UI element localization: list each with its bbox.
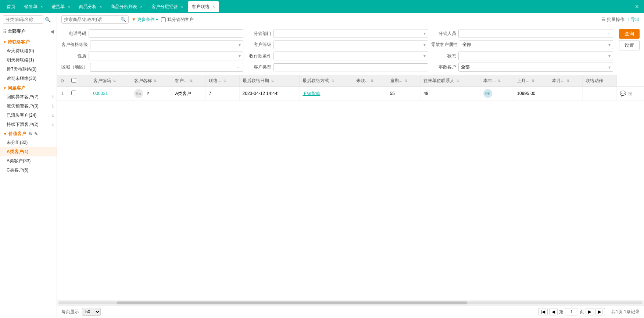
nav-product-analysis[interactable]: 商品分析 × — [75, 1, 105, 12]
section-value-customers[interactable]: ▼ 价值客户 ↻ ✎ — [0, 129, 57, 138]
retail-attr-select[interactable]: 全部 ▾ — [460, 40, 613, 49]
main-search-input[interactable] — [64, 17, 119, 22]
batch-operation-button[interactable]: ☰ 批量操作 — [602, 17, 625, 23]
sidebar-item-overdue[interactable]: 逾期未联络(30) — [0, 74, 57, 83]
search-icon-main[interactable]: 🔍 — [121, 17, 126, 22]
refresh-icon[interactable]: ↻ — [29, 131, 32, 137]
last-page-button[interactable]: ▶| — [595, 308, 605, 315]
my-customers-check[interactable] — [161, 17, 166, 22]
row-year-amount: 10995.00 — [514, 87, 549, 100]
select-all-checkbox[interactable] — [71, 78, 76, 83]
sidebar-item-churn-warning[interactable]: 流失预警客户(3) ℹ — [0, 102, 57, 111]
settings-icon[interactable]: ⚙ — [60, 78, 64, 84]
col-code[interactable]: 客户编码 ⇅ — [90, 75, 131, 87]
more-filters-button[interactable]: ▼ 更多条件 ▾ — [132, 17, 158, 23]
comment-action-icon[interactable]: 💬 — [620, 91, 626, 96]
category-search-input[interactable] — [3, 15, 43, 24]
customer-table-container: ⚙ 客户编码 ⇅ 客户名称 ⇅ — [57, 75, 644, 300]
sidebar-item-tomorrow[interactable]: 明天待联络(1) — [0, 56, 57, 65]
next-page-button[interactable]: ▶ — [586, 308, 594, 315]
query-button[interactable]: 查询 — [619, 29, 640, 39]
filter-cell-customer-type: 客户类型 — [246, 63, 428, 71]
dept-select[interactable]: ▾ — [273, 29, 428, 38]
col-contact-count[interactable]: 联络... ⇅ — [206, 75, 240, 87]
row-checkbox-cell[interactable] — [68, 87, 79, 100]
nature-select[interactable]: ▾ — [89, 52, 243, 60]
col-name[interactable]: 客户名称 ⇅ — [131, 75, 172, 87]
my-customers-checkbox: 我分管的客户 — [161, 17, 194, 23]
sidebar-item-class-b[interactable]: B类客户(33) — [0, 156, 57, 166]
customer-level-select[interactable]: ▾ — [273, 40, 428, 49]
sort-person: ⇅ — [456, 79, 459, 83]
retail-attr-arrow: ▾ — [608, 42, 611, 47]
qr-action-icon[interactable]: ⊞ — [628, 91, 633, 96]
payment-select[interactable]: ▾ — [273, 52, 428, 60]
col-uncontact[interactable]: 未联... ⇅ — [353, 75, 387, 87]
nav-sales[interactable]: 销售单 × — [21, 1, 46, 12]
page-number-input[interactable] — [565, 308, 578, 315]
row-code[interactable]: 000031 — [90, 87, 131, 100]
customer-type-input[interactable] — [273, 63, 428, 71]
first-page-button[interactable]: |◀ — [538, 308, 548, 315]
region-select[interactable]: ··· — [90, 63, 243, 72]
col-no — [79, 75, 90, 87]
total-records: 共1页 1条记录 — [611, 309, 640, 315]
close-sales-tab[interactable]: × — [40, 4, 43, 9]
col-checkbox[interactable] — [68, 75, 79, 87]
nav-customer-tier[interactable]: 客户分层经营 × — [148, 1, 187, 12]
row-name[interactable]: Ea ？ — [131, 87, 172, 100]
close-product-list-tab[interactable]: × — [140, 4, 142, 9]
row-checkbox[interactable] — [71, 91, 76, 95]
section-pending-contact[interactable]: ▼ 待联络客户 — [0, 37, 57, 46]
manager-select[interactable]: ··· — [458, 29, 613, 38]
settings-button[interactable]: 设置 — [619, 40, 640, 50]
customer-level-arrow: ▾ — [423, 42, 426, 47]
close-customer-tier-tab[interactable]: × — [181, 4, 183, 9]
edit-icon[interactable]: ✎ — [34, 131, 38, 137]
nav-customer-contact[interactable]: 客户联络 × — [188, 1, 218, 12]
phone-input[interactable] — [89, 29, 243, 38]
horizontal-scrollbar[interactable] — [57, 300, 644, 305]
col-contact-person[interactable]: 往来单位联系人 ⇅ — [421, 75, 480, 87]
nav-home[interactable]: 首页 — [3, 1, 19, 12]
price-level-select[interactable]: ▾ — [90, 40, 243, 49]
contact-person-avatar: RE — [483, 89, 492, 98]
col-this-month[interactable]: 本月... ⇅ — [549, 75, 583, 87]
col-last-date[interactable]: 最后联络日期 ⇅ — [239, 75, 300, 87]
col-customer-type[interactable]: 客户... ⇅ — [172, 75, 206, 87]
retail-select[interactable]: 全部 ▾ — [458, 63, 613, 72]
row-overdue: 55 — [387, 87, 421, 100]
collapse-icon[interactable]: ◀ — [50, 29, 54, 34]
col-overdue[interactable]: 逾期... ⇅ — [387, 75, 421, 87]
scroll-thumb[interactable] — [117, 301, 467, 304]
sidebar-item-class-c[interactable]: C类客户(6) — [0, 166, 57, 175]
sidebar-item-7days[interactable]: 近7天待联络(0) — [0, 65, 57, 74]
row-last-method[interactable]: 下销货单 — [300, 87, 353, 100]
close-all-button[interactable]: × — [633, 2, 641, 11]
info-icon-2: ℹ — [52, 104, 54, 109]
col-year[interactable]: 本年... ⇅ — [480, 75, 514, 87]
export-button[interactable]: ↑ 导出 — [627, 17, 640, 23]
scroll-track[interactable] — [58, 301, 643, 304]
page-size-select[interactable]: 50 100 200 — [82, 308, 101, 316]
sidebar-item-class-a[interactable]: A类客户(1) — [0, 147, 57, 156]
status-select[interactable]: ▾ — [458, 52, 613, 60]
col-last-method[interactable]: 最后联络方式 ⇅ — [300, 75, 353, 87]
col-settings[interactable]: ⚙ — [57, 75, 68, 87]
prev-page-button[interactable]: ◀ — [549, 308, 558, 315]
close-customer-contact-tab[interactable]: × — [212, 4, 215, 9]
nav-product-list[interactable]: 商品分析列表 × — [107, 1, 146, 12]
sidebar-item-today[interactable]: 今天待联络(0) — [0, 46, 57, 56]
sidebar-item-declining[interactable]: 持续下滑客户(2) ℹ — [0, 120, 57, 129]
nav-purchase[interactable]: 进货单 × — [48, 1, 74, 12]
sidebar-all-customers[interactable]: ⠿ 全部客户 ◀ — [0, 26, 57, 37]
section-problem-customers[interactable]: ▼ 问题客户 — [0, 83, 57, 92]
sidebar-search-icon[interactable]: 🔍 — [45, 17, 51, 22]
last-method-link[interactable]: 下销货单 — [303, 91, 320, 96]
col-last-month[interactable]: 上月... ⇅ — [514, 75, 549, 87]
sidebar-item-abnormal-repurchase[interactable]: 回购异常客户(2) ℹ — [0, 92, 57, 102]
close-purchase-tab[interactable]: × — [68, 4, 70, 9]
close-product-analysis-tab[interactable]: × — [100, 4, 102, 9]
sidebar-item-unclassified[interactable]: 未分组(32) — [0, 138, 57, 147]
sidebar-item-churned[interactable]: 已流失客户(24) ℹ — [0, 111, 57, 120]
